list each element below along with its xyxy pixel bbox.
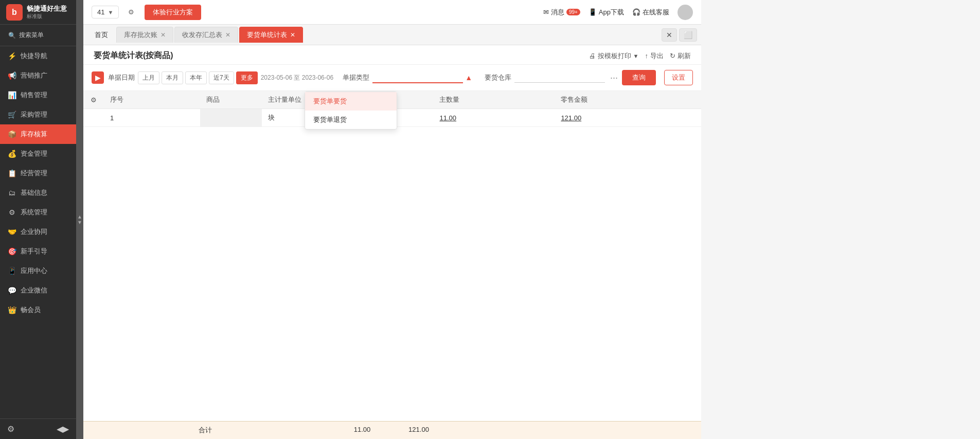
- tab-batch-account-label: 库存批次账: [124, 30, 157, 40]
- sidebar-item-sales[interactable]: 📊 销售管理: [0, 85, 76, 105]
- sidebar-item-label: 畅会员: [21, 305, 41, 315]
- tab-recv-summary-label: 收发存汇总表: [182, 30, 222, 40]
- column-goods: 商品: [200, 91, 262, 109]
- sidebar-item-guide[interactable]: 🎯 新手引导: [0, 242, 76, 261]
- tab-close-recv-summary[interactable]: ✕: [225, 31, 230, 39]
- trial-button[interactable]: 体验行业方案: [145, 5, 201, 20]
- tab-close-batch-account[interactable]: ✕: [161, 31, 166, 39]
- main-content: 41 ▼ ⚙ 体验行业方案 ✉ 消息 99+ 📱 App下载: [83, 0, 701, 439]
- user-avatar[interactable]: [678, 5, 693, 20]
- collapse-sidebar-icon[interactable]: ◀▶: [57, 424, 69, 434]
- settings-bottom-icon[interactable]: ⚙: [7, 424, 14, 434]
- column-amount: 零售金额: [555, 91, 701, 109]
- headset-icon: 🎧: [632, 8, 640, 16]
- sidebar-item-label: 营销推广: [21, 71, 47, 80]
- this-year-button[interactable]: 本年: [185, 71, 207, 84]
- sidebar-item-system[interactable]: ⚙ 系统管理: [0, 203, 76, 222]
- sidebar-item-marketing[interactable]: 📢 营销推广: [0, 66, 76, 85]
- date-filter-label: 单据日期: [108, 73, 135, 82]
- page-header: 要货单统计表(按商品) 🖨 按模板打印 ▼ ↑ 导出 ↻ 刷新: [83, 45, 701, 65]
- phone-icon: 📱: [589, 8, 597, 16]
- sidebar-item-label: 库存核算: [21, 130, 47, 139]
- doc-type-select-wrapper: ▲: [372, 72, 472, 83]
- maximize-button[interactable]: ⬜: [679, 28, 697, 42]
- wechat-icon: 💬: [7, 286, 16, 295]
- warehouse-input[interactable]: [514, 72, 605, 83]
- footer-label: 合计: [192, 426, 295, 435]
- sidebar-item-quick-nav[interactable]: ⚡ 快捷导航: [0, 46, 76, 66]
- chevron-down-icon: ▼: [108, 9, 113, 15]
- filter-more-icon[interactable]: ···: [610, 72, 618, 83]
- tab-close-order-summary[interactable]: ✕: [290, 31, 295, 39]
- marketing-icon: 📢: [7, 71, 16, 80]
- doc-type-arrow[interactable]: ▲: [465, 74, 472, 82]
- refresh-label: 刷新: [678, 51, 691, 61]
- filter-bar: ▶ 单据日期 上月 本月 本年 近7天 更多 2023-05-06 至 2023…: [83, 65, 701, 91]
- app-logo: b: [6, 4, 23, 21]
- close-all-button[interactable]: ✕: [662, 28, 677, 42]
- sidebar-item-base-info[interactable]: 🗂 基础信息: [0, 183, 76, 203]
- sidebar-item-label: 应用中心: [21, 266, 47, 276]
- app-center-icon: 📱: [7, 267, 16, 275]
- sidebar-search-area[interactable]: 🔍 搜索菜单: [0, 25, 76, 46]
- sidebar-item-inventory[interactable]: 📦 库存核算: [0, 124, 76, 144]
- sidebar-item-purchase[interactable]: 🛒 采购管理: [0, 105, 76, 124]
- brand-info: 畅捷通好生意 标准版: [27, 5, 67, 20]
- dropdown-item-order-goods[interactable]: 要货单要货: [305, 92, 397, 111]
- sidebar-item-member[interactable]: 👑 畅会员: [0, 300, 76, 320]
- export-button[interactable]: ↑ 导出: [645, 51, 664, 61]
- message-button[interactable]: ✉ 消息 99+: [543, 8, 580, 17]
- print-template-button[interactable]: 🖨 按模板打印 ▼: [589, 51, 639, 61]
- tab-batch-account[interactable]: 库存批次账 ✕: [116, 27, 173, 43]
- refresh-button[interactable]: ↻ 刷新: [670, 51, 691, 61]
- sidebar-item-operations[interactable]: 📋 经营管理: [0, 163, 76, 183]
- online-service-button[interactable]: 🎧 在线客服: [632, 8, 669, 17]
- sidebar-nav: ⚡ 快捷导航 📢 营销推广 📊 销售管理 🛒 采购管理 📦 库存核算 💰: [0, 46, 76, 418]
- sidebar-item-label: 采购管理: [21, 110, 47, 119]
- search-menu-button[interactable]: 🔍 搜索菜单: [5, 29, 71, 42]
- query-button[interactable]: 查询: [622, 70, 656, 85]
- cell-amount: 121.00: [555, 109, 701, 127]
- sidebar-header: b 畅捷通好生意 标准版: [0, 0, 76, 25]
- tab-order-summary[interactable]: 要货单统计表 ✕: [239, 27, 303, 43]
- page-title: 要货单统计表(按商品): [94, 50, 173, 61]
- more-date-button[interactable]: 更多: [236, 71, 258, 84]
- last-7-days-button[interactable]: 近7天: [209, 71, 234, 84]
- doc-type-dropdown: 要货单要货 要货单退货: [305, 92, 397, 130]
- sidebar-item-collab[interactable]: 🤝 企业协同: [0, 222, 76, 242]
- app-download-button[interactable]: 📱 App下载: [589, 8, 624, 17]
- message-icon: ✉: [543, 8, 549, 16]
- print-icon: 🖨: [589, 52, 596, 60]
- topbar-settings-button[interactable]: ⚙: [124, 5, 138, 20]
- topbar-left: 41 ▼ ⚙ 体验行业方案: [92, 5, 543, 20]
- column-settings[interactable]: ⚙: [83, 91, 104, 109]
- search-icon: 🔍: [8, 32, 16, 39]
- footer-quantity: 11.00: [336, 426, 388, 435]
- operations-icon: 📋: [7, 169, 16, 177]
- tab-order-summary-label: 要货单统计表: [247, 30, 287, 40]
- sidebar-item-wechat[interactable]: 💬 企业微信: [0, 281, 76, 300]
- tab-home[interactable]: 首页: [87, 27, 115, 43]
- sidebar-item-label: 销售管理: [21, 90, 47, 100]
- this-month-button[interactable]: 本月: [162, 71, 183, 84]
- quick-nav-icon: ⚡: [7, 52, 16, 60]
- sidebar-item-finance[interactable]: 💰 资金管理: [0, 144, 76, 163]
- topbar-right: ✉ 消息 99+ 📱 App下载 🎧 在线客服: [543, 5, 693, 20]
- doc-type-input[interactable]: [372, 72, 463, 83]
- cell-row-no: 1: [104, 109, 200, 127]
- sidebar-item-label: 快捷导航: [21, 51, 47, 61]
- tab-recv-summary[interactable]: 收发存汇总表 ✕: [174, 27, 238, 43]
- sidebar-bottom: ⚙ ◀▶: [0, 418, 76, 439]
- sidebar-scroll[interactable]: ▲▼: [76, 0, 83, 439]
- last-month-button[interactable]: 上月: [138, 71, 159, 84]
- topbar: 41 ▼ ⚙ 体验行业方案 ✉ 消息 99+ 📱 App下载: [83, 0, 701, 25]
- sidebar-item-app-center[interactable]: 📱 应用中心: [0, 261, 76, 281]
- collab-icon: 🤝: [7, 228, 16, 236]
- filter-settings-button[interactable]: 设置: [664, 70, 693, 85]
- filter-expand-button[interactable]: ▶: [92, 71, 104, 84]
- company-selector[interactable]: 41 ▼: [92, 6, 119, 19]
- tabs-right-buttons: ✕ ⬜: [662, 28, 697, 42]
- guide-icon: 🎯: [7, 247, 16, 255]
- print-label: 按模板打印: [598, 51, 631, 61]
- dropdown-item-order-return[interactable]: 要货单退货: [305, 111, 397, 129]
